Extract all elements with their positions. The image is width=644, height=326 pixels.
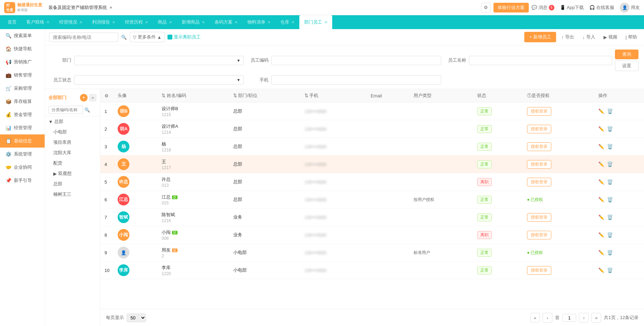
sidebar-item-marketing[interactable]: 📢 营销推广 (0, 55, 45, 69)
auth-login-button[interactable]: 授权登录 (527, 160, 551, 169)
tab-new-product[interactable]: 新增商品 ✕ (177, 15, 210, 29)
dept-add-button[interactable]: + (80, 94, 88, 102)
reset-button[interactable]: 设置 (615, 61, 638, 71)
delete-button[interactable]: 🗑️ (607, 108, 613, 114)
sidebar-item-cooperation[interactable]: 🤝 企业协同 (0, 161, 45, 174)
next-page-button[interactable]: › (579, 313, 589, 323)
delete-button[interactable]: 🗑️ (607, 214, 613, 220)
col-dept[interactable]: ⇅ 部门/职位 (229, 89, 300, 103)
tab-employee[interactable]: 部门员工 ✕ (299, 15, 332, 29)
dept-tree-item[interactable]: 项目库房 (45, 137, 100, 148)
sidebar-item-sales[interactable]: 💼 销售管理 (0, 69, 45, 82)
sidebar-item-finance[interactable]: 💰 资金管理 (0, 108, 45, 121)
close-icon[interactable]: ✕ (202, 20, 205, 25)
online-service-button[interactable]: 🎧 在线客服 (589, 5, 614, 11)
tab-business[interactable]: 经营情况 ✕ (54, 15, 87, 29)
auth-login-button[interactable]: 授权登录 (527, 178, 551, 186)
last-page-button[interactable]: » (591, 313, 601, 323)
page-input[interactable] (562, 314, 576, 322)
edit-button[interactable]: ✏️ (598, 144, 604, 149)
classify-search-input[interactable] (48, 106, 83, 114)
search-button[interactable]: 🔍 (121, 35, 127, 40)
tab-barcode[interactable]: 条码方案 ✕ (210, 15, 243, 29)
import-button[interactable]: ↓ 导入 (580, 32, 598, 42)
dept-tree-item[interactable]: 沈阳大库 (45, 148, 100, 158)
edit-button[interactable]: ✏️ (598, 161, 604, 167)
col-settings[interactable]: ⚙ (100, 89, 114, 103)
help-button[interactable]: | 帮助 (623, 32, 640, 42)
edit-button[interactable]: ✏️ (598, 214, 604, 220)
delete-button[interactable]: 🗑️ (607, 250, 613, 255)
edit-button[interactable]: ✏️ (598, 250, 604, 255)
dept-tree-item[interactable]: 总部 (45, 179, 100, 189)
search-input[interactable] (49, 33, 118, 42)
edit-button[interactable]: ✏️ (598, 197, 604, 202)
auth-login-button[interactable]: 授权登录 (527, 213, 551, 222)
phone-input[interactable] (271, 75, 441, 85)
per-page-select[interactable]: 50 20 100 (127, 314, 146, 322)
tab-customer[interactable]: 客户联络 ✕ (21, 15, 54, 29)
close-icon[interactable]: ✕ (169, 20, 172, 25)
user-area[interactable]: 👤 用友 (620, 3, 640, 12)
emp-code-input[interactable] (271, 56, 441, 65)
sidebar-item-purchase[interactable]: 🛒 采购管理 (0, 82, 45, 95)
first-page-button[interactable]: « (530, 313, 540, 323)
dept-tree-item[interactable]: ▼ 总部 (45, 116, 100, 127)
message-button[interactable]: 💬 消息 6 (532, 5, 554, 11)
app-download-button[interactable]: 📱 App下载 (560, 5, 584, 11)
close-icon[interactable]: ✕ (112, 20, 115, 25)
dept-tree-item[interactable]: 配货 (45, 158, 100, 168)
trial-button[interactable]: 体验行业方案 (493, 3, 529, 12)
close-icon[interactable]: ✕ (291, 20, 294, 25)
delete-button[interactable]: 🗑️ (607, 161, 613, 167)
delete-button[interactable]: 🗑️ (607, 144, 613, 149)
delete-button[interactable]: 🗑️ (607, 126, 613, 132)
dept-tree-item[interactable]: 楠树王三 (45, 189, 100, 200)
close-icon[interactable]: ✕ (79, 20, 82, 25)
export-button[interactable]: ↑ 导出 (559, 32, 577, 42)
show-resigned-toggle[interactable]: ✓ 显示离职员工 (167, 34, 201, 40)
edit-button[interactable]: ✏️ (598, 126, 604, 132)
view-button[interactable]: ▶ 视频 (601, 32, 620, 42)
sidebar-item-search[interactable]: 🔍 搜索菜单 (0, 29, 45, 42)
query-button[interactable]: 查询 (615, 50, 638, 59)
close-icon[interactable]: ✕ (235, 20, 238, 25)
tab-warehouse[interactable]: 仓库 ✕ (275, 15, 299, 29)
tab-home[interactable]: 首页 (3, 15, 21, 29)
close-icon[interactable]: ✕ (267, 20, 271, 25)
tab-history[interactable]: 经营历程 ✕ (120, 15, 153, 29)
delete-button[interactable]: 🗑️ (607, 232, 613, 238)
dept-tree-item[interactable]: 小电部 (45, 127, 100, 137)
close-icon[interactable]: ✕ (145, 20, 148, 25)
tab-profit[interactable]: 利润报告 ✕ (87, 15, 120, 29)
add-employee-button[interactable]: + 新增员工 (524, 32, 556, 42)
edit-button[interactable]: ✏️ (598, 108, 604, 114)
emp-name-input[interactable] (469, 56, 612, 65)
edit-button[interactable]: ✏️ (598, 232, 604, 238)
col-phone[interactable]: ⇅ 手机 (300, 89, 366, 103)
sidebar-item-inventory[interactable]: 📦 库存核算 (0, 95, 45, 108)
gear-icon[interactable]: ⚙ (481, 3, 491, 12)
dept-filter-select[interactable]: ▾ (74, 56, 244, 65)
col-name[interactable]: ⇅ 姓名/编码 (157, 89, 229, 103)
sidebar-item-operation[interactable]: 📊 经营管理 (0, 121, 45, 134)
chevron-down-icon[interactable]: ▼ (109, 6, 113, 10)
auth-login-button[interactable]: 授权登录 (527, 142, 551, 151)
tab-product[interactable]: 商品 ✕ (153, 15, 177, 29)
delete-button[interactable]: 🗑️ (607, 267, 613, 273)
sidebar-item-guide[interactable]: 📌 新手引导 (0, 174, 45, 187)
sidebar-item-basic[interactable]: 📋 基础信息 (0, 134, 45, 148)
dept-tree-item[interactable]: ▶ 双鹿想 (45, 168, 100, 179)
emp-status-select[interactable]: ▾ (74, 75, 244, 85)
edit-button[interactable]: ✏️ (598, 267, 604, 273)
sidebar-item-shortcut[interactable]: 🏠 快捷导航 (0, 42, 45, 55)
dept-collapse-button[interactable]: « (89, 94, 97, 102)
delete-button[interactable]: 🗑️ (607, 179, 613, 185)
sidebar-item-system[interactable]: ⚙️ 系统管理 (0, 148, 45, 161)
auth-login-button[interactable]: 授权登录 (527, 231, 551, 239)
close-icon[interactable]: ✕ (46, 20, 49, 25)
more-conditions-button[interactable]: ▽ 更多条件 ▲ (130, 32, 165, 42)
auth-login-button[interactable]: 授权登录 (527, 125, 551, 133)
prev-page-button[interactable]: ‹ (543, 313, 552, 323)
auth-login-button[interactable]: 授权登录 (527, 266, 551, 275)
